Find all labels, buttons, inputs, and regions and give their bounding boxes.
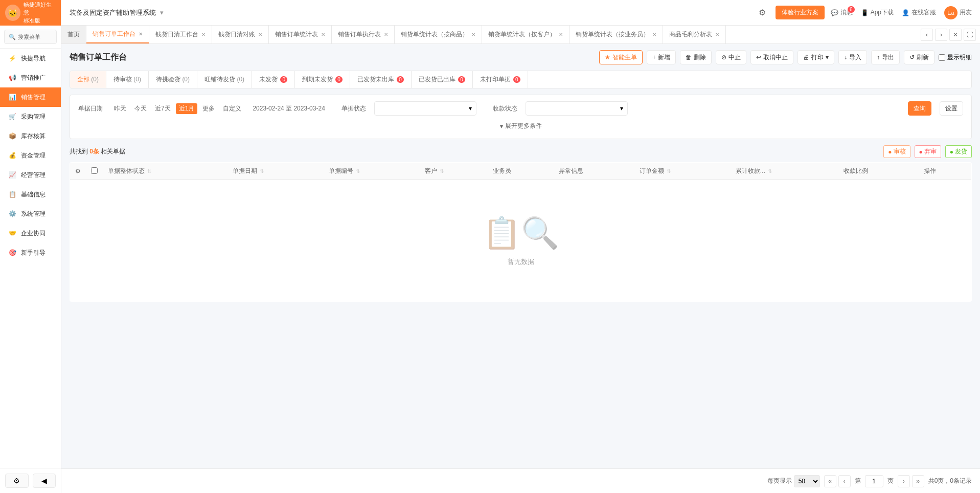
last-page-button[interactable]: » (912, 475, 924, 487)
sidebar-nav-item-enterprise[interactable]: 🤝 企业协同 (0, 223, 61, 243)
tab-close-sales-workbench[interactable]: ✕ (139, 31, 143, 37)
page-total-info: 共0页，0条记录 (928, 477, 972, 485)
date-btn-1month[interactable]: 近1月 (176, 103, 198, 114)
tab-close-sales-stat-staff[interactable]: ✕ (652, 32, 656, 37)
date-btn-more[interactable]: 更多 (199, 103, 218, 114)
date-btn-today[interactable]: 今天 (131, 103, 150, 114)
col-exception[interactable]: 异常信息 (554, 163, 634, 180)
show-detail-checkbox-label[interactable]: 显示明细 (939, 53, 972, 62)
sidebar-nav-item-quick-nav[interactable]: ⚡ 快捷导航 (0, 49, 61, 68)
tab-cash-reconcile[interactable]: 钱货日清对账 ✕ (212, 26, 269, 43)
stop-button[interactable]: ⊘ 中止 (716, 50, 746, 64)
col-gear[interactable]: ⚙ (70, 163, 86, 180)
tab-next-button[interactable]: › (935, 29, 947, 41)
sidebar-nav-item-sales[interactable]: 📊 销售管理 (0, 87, 61, 107)
sub-tab-shipped-not-out[interactable]: 已发货未出库 0 (350, 71, 412, 88)
tab-close-sales-stat-product[interactable]: ✕ (471, 32, 475, 37)
tab-sales-stat-staff[interactable]: 销货单统计表（按业务员） ✕ (569, 26, 663, 43)
cancel-stop-button[interactable]: ↩ 取消中止 (750, 50, 793, 64)
date-btn-7days[interactable]: 近7天 (152, 103, 174, 114)
sidebar-nav-item-finance[interactable]: 💰 资金管理 (0, 146, 61, 165)
industry-solution-button[interactable]: 体验行业方案 (776, 6, 825, 19)
sub-tab-pending-inspection[interactable]: 待挑验货 (0) (149, 71, 197, 88)
export-button[interactable]: ↑ 导出 (871, 50, 900, 64)
expand-filter-button[interactable]: ▾ 展开更多条件 (496, 120, 546, 132)
col-amount[interactable]: 订单金额 ⇅ (634, 163, 731, 180)
tab-close-all-button[interactable]: ✕ (949, 29, 962, 41)
select-all-checkbox[interactable] (91, 167, 98, 174)
search-button[interactable]: 查询 (908, 101, 931, 116)
col-ratio[interactable]: 收款比例 (838, 163, 919, 180)
print-button[interactable]: 🖨 打印 ▾ (797, 50, 834, 64)
tab-sales-stat-customer[interactable]: 销货单统计表（按客户） ✕ (482, 26, 569, 43)
tab-cash-daily[interactable]: 钱货日清工作台 ✕ (149, 26, 212, 43)
sidebar-nav-item-inventory[interactable]: 📦 库存核算 (0, 126, 61, 146)
col-number[interactable]: 单据编号 ⇅ (324, 163, 420, 180)
user-menu-button[interactable]: Ea 用友 (944, 6, 972, 19)
search-menu-button[interactable]: 🔍 搜索菜单 (4, 30, 57, 44)
cancel-icon: ● (919, 148, 923, 155)
sidebar-nav-item-basic-info[interactable]: 📋 基础信息 (0, 185, 61, 204)
show-detail-checkbox[interactable] (939, 54, 945, 61)
tab-home[interactable]: 首页 (61, 26, 86, 43)
sub-tab-not-printed[interactable]: 未打印单据 0 (473, 71, 528, 88)
smart-create-button[interactable]: ★ 智能生单 (599, 50, 643, 64)
app-download-button[interactable]: 📱 App下载 (861, 8, 894, 17)
sidebar-nav-item-guide[interactable]: 🎯 新手引导 (0, 243, 61, 262)
sub-tab-overdue-not-shipped[interactable]: 到期未发货 0 (295, 71, 350, 88)
sub-tab-wangpu[interactable]: 旺铺待发货 (0) (197, 71, 252, 88)
header-gear-button[interactable]: ⚙ (755, 6, 769, 20)
refresh-button[interactable]: ↺ 刷新 (904, 50, 935, 64)
page-number-input[interactable] (865, 475, 883, 487)
settings-bottom-button[interactable]: ⚙ (5, 474, 29, 488)
sidebar-nav-item-marketing[interactable]: 📢 营销推广 (0, 68, 61, 87)
sidebar-nav-item-operations[interactable]: 📈 经营管理 (0, 165, 61, 185)
date-btn-custom[interactable]: 自定义 (220, 103, 244, 114)
sub-tab-pending-review[interactable]: 待审核 (0) (106, 71, 149, 88)
sidebar-nav-item-purchase[interactable]: 🛒 采购管理 (0, 107, 61, 126)
ship-action-button[interactable]: ● 发货 (945, 145, 972, 158)
tab-close-cash-daily[interactable]: ✕ (201, 32, 206, 37)
settings-filter-button[interactable]: 设置 (940, 101, 963, 116)
logo-text: 畅捷通好生意 标准版 (24, 1, 56, 25)
tab-sales-workbench[interactable]: 销售订单工作台 ✕ (86, 26, 149, 43)
sub-tab-not-shipped[interactable]: 未发货 0 (252, 71, 295, 88)
status-dropdown-icon: ▾ (469, 105, 472, 112)
tab-sales-stat-product[interactable]: 销货单统计表（按商品） ✕ (395, 26, 482, 43)
tab-prev-button[interactable]: ‹ (921, 29, 933, 41)
cancel-review-action-button[interactable]: ● 弃审 (915, 145, 941, 158)
col-operation: 操作 (919, 163, 971, 180)
first-page-button[interactable]: « (824, 475, 836, 487)
col-collected[interactable]: 累计收款... ⇅ (731, 163, 838, 180)
delete-button[interactable]: 🗑 删除 (680, 50, 712, 64)
col-checkbox[interactable] (86, 163, 103, 180)
date-btn-yesterday[interactable]: 昨天 (111, 103, 129, 114)
page-size-select[interactable]: 20 50 100 (794, 475, 820, 487)
tab-close-sales-stat[interactable]: ✕ (321, 32, 325, 37)
tab-sales-stat[interactable]: 销售订单统计表 ✕ (269, 26, 332, 43)
review-action-button[interactable]: ● 审核 (883, 145, 910, 158)
tab-sales-exec[interactable]: 销售订单执行表 ✕ (332, 26, 395, 43)
online-service-button[interactable]: 👤 在线客服 (902, 8, 936, 17)
tab-close-cash-reconcile[interactable]: ✕ (258, 32, 262, 37)
tab-close-sales-stat-customer[interactable]: ✕ (559, 32, 563, 37)
payment-filter-select[interactable]: ▾ (526, 101, 628, 116)
tab-close-product-margin[interactable]: ✕ (715, 32, 719, 37)
col-date[interactable]: 单据日期 ⇅ (227, 163, 324, 180)
add-button[interactable]: + 新增 (647, 50, 676, 64)
tab-product-margin[interactable]: 商品毛利分析表 ✕ (663, 26, 726, 43)
col-staff[interactable]: 业务员 (488, 163, 554, 180)
status-filter-select[interactable]: ▾ (374, 101, 476, 116)
tab-close-sales-exec[interactable]: ✕ (384, 32, 388, 37)
col-status[interactable]: 单据整体状态 ⇅ (103, 163, 227, 180)
collapse-button[interactable]: ◀ (33, 474, 56, 488)
message-button[interactable]: 💬 消息 6 (831, 8, 853, 17)
col-customer[interactable]: 客户 ⇅ (420, 163, 488, 180)
next-page-button[interactable]: › (898, 475, 910, 487)
sub-tab-shipped-out[interactable]: 已发货已出库 0 (412, 71, 473, 88)
import-button[interactable]: ↓ 导入 (838, 50, 867, 64)
tab-fullscreen-button[interactable]: ⛶ (964, 29, 976, 41)
prev-page-button[interactable]: ‹ (838, 475, 851, 487)
sub-tab-all[interactable]: 全部 (0) (70, 71, 106, 88)
sidebar-nav-item-system[interactable]: ⚙️ 系统管理 (0, 204, 61, 223)
